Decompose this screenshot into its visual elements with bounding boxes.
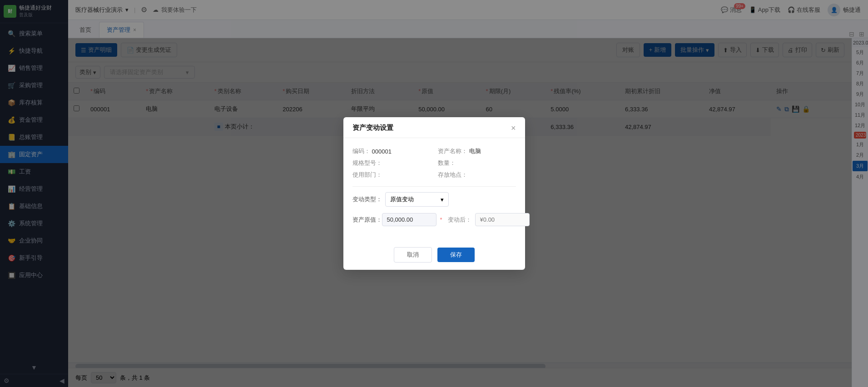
change-type-row: 变动类型： 原值变动 ▾	[352, 192, 516, 207]
modal-info-grid: 编码： 000001 资产名称： 电脑 规格型号： 数量： 使用部门：	[352, 147, 516, 179]
modal-overlay: 资产变动设置 × 编码： 000001 资产名称： 电脑 规格型号： 数量：	[0, 0, 868, 387]
change-type-select[interactable]: 原值变动 ▾	[385, 192, 449, 207]
select-chevron-icon: ▾	[441, 196, 444, 203]
asset-change-modal: 资产变动设置 × 编码： 000001 资产名称： 电脑 规格型号： 数量：	[343, 117, 525, 270]
modal-close-icon[interactable]: ×	[511, 124, 516, 132]
after-change-input[interactable]	[475, 213, 530, 226]
modal-asset-name: 资产名称： 电脑	[438, 147, 516, 155]
modal-code: 编码： 000001	[352, 147, 431, 155]
modal-footer: 取消 保存	[343, 242, 525, 270]
cancel-button[interactable]: 取消	[394, 247, 432, 263]
modal-header: 资产变动设置 ×	[343, 117, 525, 138]
save-button[interactable]: 保存	[437, 248, 475, 262]
modal-body: 编码： 000001 资产名称： 电脑 规格型号： 数量： 使用部门：	[343, 138, 525, 242]
modal-quantity: 数量：	[438, 159, 516, 167]
original-value-display: 50,000.00	[382, 213, 436, 226]
modal-spec: 规格型号：	[352, 159, 431, 167]
modal-department: 使用部门：	[352, 171, 431, 179]
modal-location: 存放地点：	[438, 171, 516, 179]
modal-title: 资产变动设置	[352, 124, 393, 132]
original-value-row: 资产原值： 50,000.00 * 变动后：	[352, 213, 516, 226]
